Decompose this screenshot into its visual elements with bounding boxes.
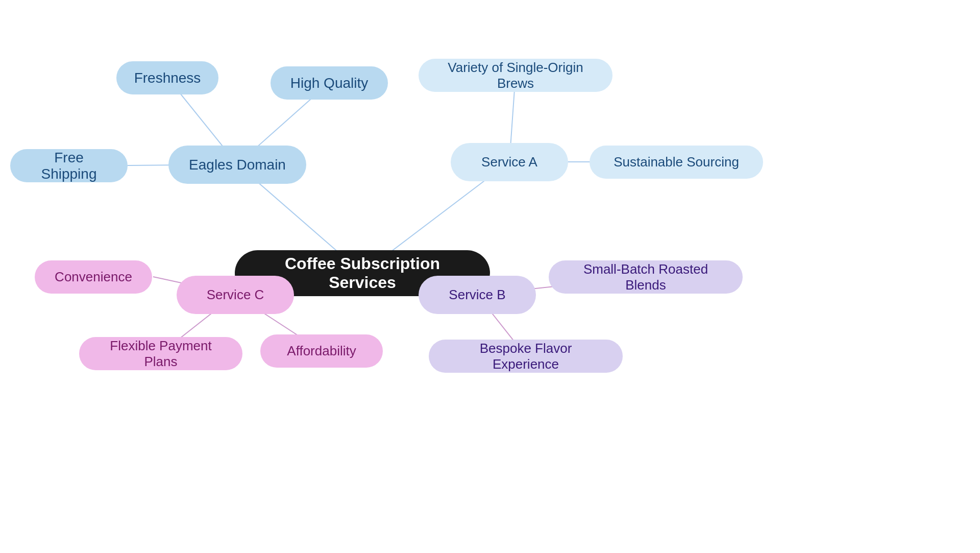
flexible-payment-plans-node[interactable]: Flexible Payment Plans <box>79 337 242 370</box>
service-b-label: Service B <box>449 287 505 303</box>
small-batch-label: Small-Batch Roasted Blends <box>565 261 726 293</box>
free-shipping-node[interactable]: Free Shipping <box>10 149 128 182</box>
sustainable-sourcing-node[interactable]: Sustainable Sourcing <box>590 146 763 179</box>
sustainable-sourcing-label: Sustainable Sourcing <box>614 154 739 170</box>
freshness-node[interactable]: Freshness <box>116 61 218 94</box>
service-b-node[interactable]: Service B <box>419 276 536 314</box>
convenience-label: Convenience <box>55 269 132 285</box>
eagles-domain-node[interactable]: Eagles Domain <box>168 146 306 184</box>
eagles-domain-label: Eagles Domain <box>189 157 286 173</box>
affordability-label: Affordability <box>287 343 356 359</box>
bespoke-flavor-label: Bespoke Flavor Experience <box>445 341 606 372</box>
convenience-node[interactable]: Convenience <box>35 260 152 294</box>
bespoke-flavor-node[interactable]: Bespoke Flavor Experience <box>429 340 623 373</box>
service-a-label: Service A <box>481 154 537 170</box>
variety-node[interactable]: Variety of Single-Origin Brews <box>419 59 612 92</box>
variety-label: Variety of Single-Origin Brews <box>435 60 596 91</box>
high-quality-node[interactable]: High Quality <box>271 66 388 100</box>
small-batch-node[interactable]: Small-Batch Roasted Blends <box>549 260 743 294</box>
freshness-label: Freshness <box>134 70 201 86</box>
service-c-label: Service C <box>207 287 264 303</box>
service-c-node[interactable]: Service C <box>177 276 294 314</box>
free-shipping-label: Free Shipping <box>27 150 111 182</box>
affordability-node[interactable]: Affordability <box>260 334 383 368</box>
flexible-payment-plans-label: Flexible Payment Plans <box>95 338 226 370</box>
service-a-node[interactable]: Service A <box>451 143 568 181</box>
high-quality-label: High Quality <box>290 75 369 91</box>
